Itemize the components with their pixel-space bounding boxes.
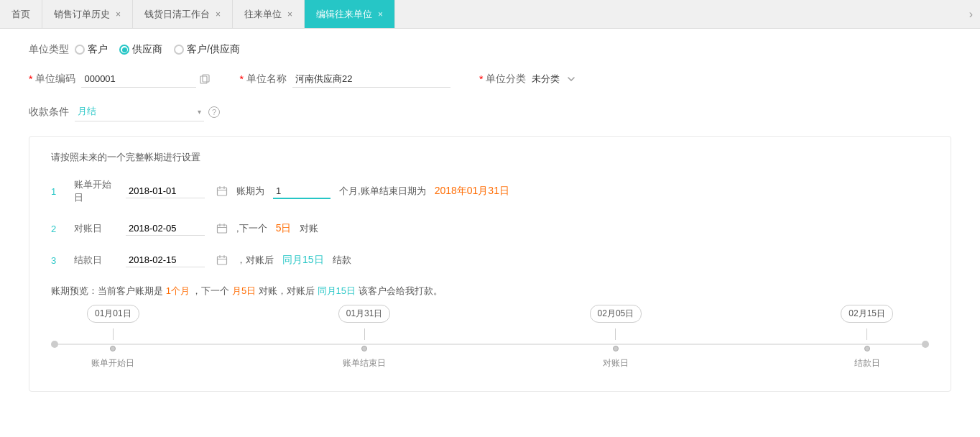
preview-part2-highlight: 月5日	[232, 285, 256, 296]
timeline-dot-2	[361, 346, 367, 351]
close-cash-work[interactable]: ×	[216, 9, 221, 19]
preview-part2: ，下一个	[192, 285, 229, 296]
tab-edit-counterparty[interactable]: 编辑往来单位 ×	[305, 0, 395, 28]
unit-code-label: 单位编码	[35, 73, 75, 86]
timeline-tick-2	[364, 328, 365, 340]
unit-class-dropdown[interactable]: 未分类	[532, 73, 577, 86]
preview-suffix: 该客户会给我打款。	[359, 285, 443, 296]
timeline-label-1: 账单开始日	[91, 357, 134, 369]
timeline-tick-3	[615, 328, 616, 340]
unit-class-group: * 单位分类 未分类	[479, 73, 577, 86]
name-required-star: *	[239, 73, 243, 85]
billing-start-cal-icon[interactable]	[216, 185, 228, 197]
timeline-dot-1	[110, 346, 116, 351]
payment-terms-value: 月结	[78, 105, 198, 118]
class-required-star: *	[479, 73, 483, 85]
settlement-day-highlight: 同月15日	[282, 254, 324, 267]
timeline-item-3: 02月05日 对账日	[590, 305, 642, 369]
timeline-pill-1: 01月01日	[87, 305, 139, 323]
close-counterparty[interactable]: ×	[287, 9, 292, 19]
timeline-pill-2: 01月31日	[338, 305, 391, 323]
preview-part3-highlight: 同月15日	[318, 285, 356, 296]
timeline-item-2: 01月31日 账单结束日	[338, 305, 391, 369]
svg-rect-4	[218, 257, 227, 264]
timeline: 01月01日 账单开始日 01月31日 账单结束日 02月05日	[51, 312, 929, 377]
timeline-pill-3: 02月05日	[590, 305, 642, 323]
settlement-desc-prefix: ，对账后	[236, 254, 274, 267]
reconcile-desc-prefix: ,下一个	[236, 222, 267, 235]
timeline-items: 01月01日 账单开始日 01月31日 账单结束日 02月05日	[58, 312, 922, 377]
row-num-2: 2	[51, 224, 65, 234]
radio-label-customer: 客户	[88, 43, 108, 56]
preview-section: 账期预览：当前客户账期是 1个月 ，下一个 月5日 对账，对账后 同月15日 该…	[51, 285, 929, 377]
radio-circle-customer	[75, 45, 85, 55]
row-num-3: 3	[51, 255, 65, 266]
unit-name-label: 单位名称	[246, 73, 287, 86]
timeline-right-dot	[922, 341, 929, 348]
unit-name-input[interactable]	[292, 70, 450, 88]
svg-rect-3	[218, 225, 227, 233]
billing-start-row: 1 账单开始日 账期为 个月,账单结束日期为 2018年01月31日	[51, 178, 929, 204]
tab-more-chevron[interactable]: ›	[962, 8, 980, 21]
preview-prefix: 账期预览：当前客户账期是	[51, 285, 163, 296]
unit-type-radio-group: 客户 供应商 客户/供应商	[75, 43, 240, 56]
unit-code-group: * 单位编码	[29, 70, 211, 88]
tab-bar: 首页 销售订单历史 × 钱货日清工作台 × 往来单位 × 编辑往来单位 × ›	[0, 0, 980, 29]
reconcile-desc-suffix: 对账	[300, 222, 318, 235]
close-sales-history[interactable]: ×	[116, 9, 121, 19]
tab-counterparty[interactable]: 往来单位 ×	[233, 0, 305, 28]
timeline-dot-4	[864, 346, 870, 351]
unit-class-label: 单位分类	[486, 73, 526, 86]
radio-circle-supplier	[119, 45, 129, 55]
reconcile-cal-icon[interactable]	[216, 223, 228, 234]
row-label-3: 结款日	[74, 254, 117, 267]
code-name-class-row: * 单位编码 * 单位名称 * 单位分类 未分类	[29, 70, 951, 88]
timeline-label-2: 账单结束日	[343, 357, 386, 369]
tab-home[interactable]: 首页	[0, 0, 42, 28]
timeline-label-3: 对账日	[603, 357, 629, 369]
billing-end-date-highlight: 2018年01月31日	[435, 185, 509, 198]
unit-code-input[interactable]	[81, 70, 196, 88]
preview-part1: 1个月	[166, 285, 190, 296]
preview-part3: 对账，对账后	[259, 285, 315, 296]
row-label-1: 账单开始日	[74, 178, 117, 204]
payment-period-section: 请按照未来的一个完整帐期进行设置 1 账单开始日 账期为 个月,账单结束日期为 …	[29, 136, 951, 392]
payment-terms-arrow-icon: ▾	[198, 108, 201, 116]
reconcile-date-input[interactable]	[126, 221, 205, 236]
unit-name-group: * 单位名称	[239, 70, 450, 88]
row-label-2: 对账日	[74, 222, 117, 235]
copy-icon[interactable]	[199, 73, 211, 85]
class-dropdown-chevron-icon	[565, 73, 577, 85]
timeline-tick-4	[866, 328, 867, 340]
tab-sales-history[interactable]: 销售订单历史 ×	[42, 0, 133, 28]
radio-customer[interactable]: 客户	[75, 43, 108, 56]
settlement-row: 3 结款日 ，对账后 同月15日 结款	[51, 253, 929, 267]
close-edit-counterparty[interactable]: ×	[378, 9, 383, 19]
timeline-tick-1	[113, 328, 114, 340]
timeline-item-4: 02月15日 结款日	[841, 305, 893, 369]
payment-terms-row: 收款条件 月结 ▾ ?	[29, 102, 951, 121]
settlement-desc-suffix: 结款	[333, 254, 351, 267]
reconcile-day-highlight: 5日	[276, 222, 292, 235]
help-icon[interactable]: ?	[208, 106, 220, 118]
row-num-1: 1	[51, 186, 65, 197]
timeline-item-1: 01月01日 账单开始日	[87, 305, 139, 369]
settlement-cal-icon[interactable]	[216, 254, 228, 266]
settlement-date-input[interactable]	[126, 253, 205, 267]
unit-type-label: 单位类型	[29, 43, 69, 56]
main-content: 单位类型 客户 供应商 客户/供应商 * 单位编码	[0, 29, 980, 437]
unit-type-row: 单位类型 客户 供应商 客户/供应商	[29, 43, 951, 56]
period-value-input[interactable]	[273, 184, 330, 199]
svg-rect-2	[218, 188, 227, 196]
billing-start-date-input[interactable]	[126, 184, 205, 198]
payment-terms-dropdown[interactable]: 月结 ▾	[75, 102, 204, 121]
billing-period-suffix: 个月,账单结束日期为	[339, 185, 426, 198]
radio-supplier[interactable]: 供应商	[119, 43, 162, 56]
tab-cash-work[interactable]: 钱货日清工作台 ×	[133, 0, 233, 28]
radio-label-supplier: 供应商	[132, 43, 162, 56]
radio-both[interactable]: 客户/供应商	[174, 43, 240, 56]
timeline-dot-3	[613, 346, 619, 351]
timeline-pill-4: 02月15日	[841, 305, 893, 323]
timeline-label-4: 结款日	[854, 357, 880, 369]
timeline-left-dot	[51, 341, 58, 348]
